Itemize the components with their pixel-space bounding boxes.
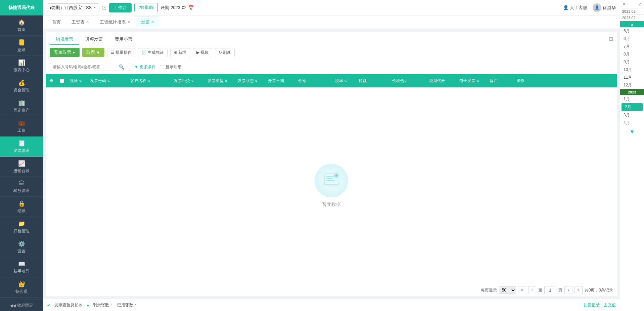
copy-button[interactable]: ⊡ [102,4,106,11]
month-11[interactable]: 11月 [620,74,644,81]
status-sort-icon[interactable]: ⇅ [255,79,258,83]
more-conditions-btn[interactable]: ▼ 更多条件 [134,64,156,70]
customer-service-btn[interactable]: 👤 人工客服 [563,5,587,11]
invoice-icon: 🧾 [18,140,25,147]
gen-voucher-button[interactable]: 📄 生成凭证 [138,48,168,57]
show-detail-toggle[interactable]: 显示明细 [160,64,182,70]
sidebar-item-archive[interactable]: 📁 归档管理 [0,217,43,237]
prev-page-btn[interactable]: ‹ [528,286,536,294]
month-8[interactable]: 8月 [620,50,644,58]
e-invoice-sort-icon[interactable]: ⇅ [476,79,479,83]
month-9[interactable]: 9月 [620,58,644,66]
scroll-down-btn[interactable]: ▼ [620,127,644,137]
new-button[interactable]: ⊕ 新增 [170,48,190,57]
sidebar-item-invoice[interactable]: 🧾 发票管理 [0,137,43,157]
calendar-icon[interactable]: 📅 [188,5,194,10]
month-10[interactable]: 10月 [620,66,644,74]
month-1[interactable]: 1月 [620,95,644,103]
page-input[interactable] [544,286,556,294]
subtab-expense-receipt[interactable]: 费用小票 [109,34,138,45]
video-label: 视频 [200,50,209,55]
month-12[interactable]: 12月 [620,81,644,89]
batch-op-button[interactable]: ☰ 批量操作 [107,48,135,57]
tab-payroll-close[interactable]: ✕ [86,20,89,24]
user-menu[interactable]: 👤 徐溢华 [593,3,616,12]
sidebar-item-settings[interactable]: ⚙️ 设置 [0,237,43,257]
content-area: 销项发票 进项发票 费用小票 ⊞ 无血取票 ▼ 取票 ▼ ☰ [43,29,620,311]
search-bar: 🔍 ▼ 更多条件 显示明细 [46,60,617,74]
switch-version-button[interactable]: 切到旧版 [134,3,158,12]
search-input[interactable] [53,65,117,69]
show-detail-checkbox[interactable] [160,65,164,69]
month-7[interactable]: 7月 [620,43,644,50]
page-size-select[interactable]: 50 100 200 [499,286,516,294]
customer-sort-icon[interactable]: ⇅ [147,79,150,83]
company-selector[interactable]: (勿删）江西股宝-LSS ▼ [47,3,99,12]
tab-payroll-stats[interactable]: 工资统计报表 ✕ [95,16,135,28]
sidebar-collapse-btn[interactable]: ◀◀ 收起固定 [0,300,43,311]
sidebar-item-guide[interactable]: 📖 新手引导 [0,257,43,277]
page-unit: 页 [558,287,562,293]
tab-invoice-close[interactable]: ✕ [151,20,154,24]
month-5[interactable]: 5月 [620,27,644,35]
sidebar-item-tax[interactable]: 🏛 税务管理 [0,177,43,197]
th-check[interactable] [57,79,67,83]
panel-footer: 每页显示 50 100 200 « ‹ 第 页 › » 共0页，0条记录 [46,284,617,296]
sidebar-item-assets[interactable]: 🏢 固定资产 [0,96,43,116]
workbench-button[interactable]: 工作台 [109,3,132,12]
first-page-btn[interactable]: « [518,286,526,294]
sidebar-label-reports: 报表中心 [13,67,30,73]
take-ticket-button[interactable]: 取票 ▼ [82,48,104,57]
no-select-ticket-button[interactable]: 无血取票 ▼ [50,48,80,57]
select-all-checkbox[interactable] [60,79,64,83]
invoice-type-sort-icon[interactable]: ⇅ [191,79,194,83]
tab-payroll[interactable]: 工资表 ✕ [66,16,94,28]
check-icon: ✔ [47,303,50,308]
sidebar-item-close-accounts[interactable]: 🔒 结账 [0,197,43,217]
month-4[interactable]: 4月 [620,119,644,127]
th-note: 备注 [487,78,514,84]
sidebar-bottom: ◀◀ 收起固定 [0,300,43,311]
no-select-label: 无血取票 [54,49,71,55]
subtab-sales-invoice[interactable]: 销项发票 [50,34,79,45]
tab-payroll-stats-close[interactable]: ✕ [127,20,130,24]
invoice-no-sort-icon[interactable]: ⇅ [107,79,110,83]
close-accounts-icon: 🔒 [18,200,25,207]
th-settings[interactable]: ⚙ [47,78,57,83]
invoice-class-sort-icon[interactable]: ⇅ [225,79,227,83]
sidebar-item-finance[interactable]: 💰 资金管理 [0,76,43,96]
deduct-records-link[interactable]: 扣费记录 [584,302,600,308]
recharge-link[interactable]: 去充值 [604,302,616,308]
subtab-purchase-invoice[interactable]: 进项发票 [79,34,109,45]
search-icon[interactable]: 🔍 [119,64,124,70]
app-logo: 畅捷通易代账 [0,0,43,15]
sidebar-item-payroll[interactable]: 💼 工资 [0,116,43,137]
video-button[interactable]: ▶ 视频 [193,48,212,57]
tab-payroll-label: 工资表 [72,19,85,25]
tax-rate-sort-icon[interactable]: ⇅ [344,79,347,83]
next-page-btn[interactable]: › [564,286,572,294]
sidebar-item-home[interactable]: 🏠 首页 [0,15,43,36]
sidebar-label-ledger: 总账 [17,47,26,53]
refresh-icon: ↻ [219,50,222,55]
right-panel-close-btn[interactable]: ✕ [622,1,626,7]
sidebar-item-member[interactable]: 👑 畅会员 [0,277,43,298]
month-2-active[interactable]: 2月 [622,103,643,111]
th-date: 开票日期 [265,78,295,84]
take-ticket-label: 取票 [86,49,95,55]
voucher-sort-icon[interactable]: ⇅ [79,79,82,83]
tab-invoice[interactable]: 发票 ✕ [136,16,159,28]
month-6[interactable]: 6月 [620,35,644,43]
sidebar-item-ledger[interactable]: 📒 总账 [0,36,43,56]
refresh-button[interactable]: ↻ 刷新 [215,48,235,57]
last-page-btn[interactable]: » [574,286,583,294]
right-panel-expand-btn[interactable]: ⤢ [638,1,642,7]
page-label: 第 [538,287,542,293]
month-3[interactable]: 3月 [620,111,644,119]
sidebar-item-reports[interactable]: 📊 报表中心 [0,56,43,76]
grid-view-icon[interactable]: ⊞ [609,36,613,42]
collapse-arrow-icon: ◀◀ [10,303,16,308]
tab-home[interactable]: 首页 [47,16,66,28]
sidebar-item-sales[interactable]: 📈 进销台账 [0,157,43,177]
period-display: 账期 2023-02 📅 [160,5,194,11]
